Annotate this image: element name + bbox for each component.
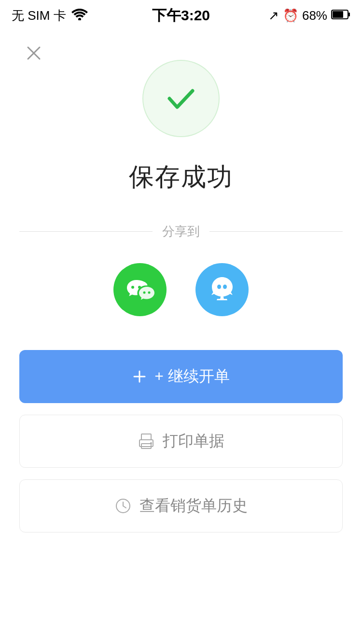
svg-rect-2 bbox=[333, 11, 343, 18]
battery-icon bbox=[331, 8, 350, 23]
qq-share-button[interactable] bbox=[195, 263, 249, 316]
svg-point-11 bbox=[223, 285, 227, 289]
wechat-icon bbox=[125, 276, 155, 303]
plus-icon bbox=[132, 369, 147, 384]
success-title: 保存成功 bbox=[129, 160, 233, 194]
main-content: 保存成功 分享到 bbox=[0, 31, 362, 532]
print-button[interactable]: 打印单据 bbox=[19, 415, 343, 468]
divider-right bbox=[209, 231, 343, 232]
print-label: 打印单据 bbox=[163, 431, 224, 452]
close-button[interactable] bbox=[19, 39, 48, 68]
battery-percent: 68% bbox=[302, 8, 327, 23]
share-icons-container bbox=[19, 263, 343, 316]
qq-icon bbox=[207, 274, 237, 305]
svg-line-20 bbox=[123, 506, 126, 508]
svg-rect-3 bbox=[348, 13, 350, 16]
checkmark-icon bbox=[162, 79, 200, 118]
svg-point-6 bbox=[131, 286, 134, 289]
location-icon: ↗ bbox=[268, 8, 279, 23]
alarm-icon: ⏰ bbox=[283, 8, 298, 23]
share-label: 分享到 bbox=[162, 223, 200, 240]
share-section: 分享到 bbox=[0, 223, 362, 350]
wifi-icon bbox=[71, 8, 88, 24]
share-divider: 分享到 bbox=[19, 223, 343, 240]
svg-point-0 bbox=[78, 18, 81, 20]
status-carrier: 无 SIM 卡 bbox=[12, 7, 88, 24]
status-bar: 无 SIM 卡 下午3:20 ↗ ⏰ 68% bbox=[0, 0, 362, 31]
svg-rect-14 bbox=[141, 434, 151, 440]
status-indicators: ↗ ⏰ 68% bbox=[268, 8, 350, 23]
wechat-share-button[interactable] bbox=[113, 263, 167, 316]
svg-point-9 bbox=[148, 292, 151, 294]
svg-point-8 bbox=[143, 292, 146, 294]
clock-icon bbox=[114, 497, 132, 515]
continue-order-label: + 继续开单 bbox=[154, 366, 230, 387]
history-label: 查看销货单历史 bbox=[139, 495, 248, 517]
printer-icon bbox=[138, 433, 155, 449]
divider-left bbox=[19, 231, 153, 232]
history-button[interactable]: 查看销货单历史 bbox=[19, 479, 343, 532]
svg-point-10 bbox=[217, 285, 221, 289]
svg-point-17 bbox=[150, 442, 152, 444]
success-icon-circle bbox=[142, 60, 220, 137]
action-buttons: + 继续开单 打印单据 查看销货单历史 bbox=[0, 350, 362, 532]
continue-order-button[interactable]: + 继续开单 bbox=[19, 350, 343, 403]
status-time: 下午3:20 bbox=[152, 6, 210, 26]
svg-point-7 bbox=[138, 286, 141, 289]
